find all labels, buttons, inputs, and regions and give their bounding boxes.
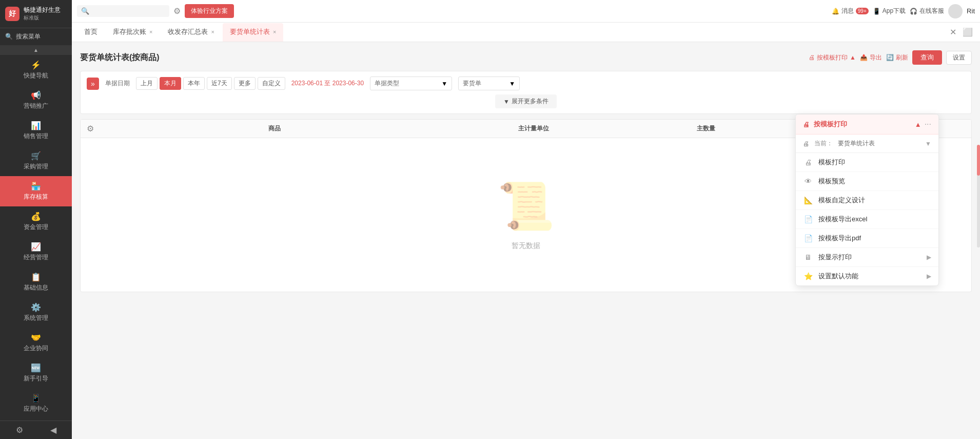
date-btn-last-7[interactable]: 近7天 [207, 77, 232, 90]
sidebar-item-marketing[interactable]: 📢 营销推广 [0, 85, 72, 116]
tab-home[interactable]: 首页 [77, 23, 105, 42]
order-type-select[interactable]: 单据类型 ▼ [370, 77, 452, 90]
phone-icon: 📱 [873, 8, 880, 15]
date-btn-this-year[interactable]: 本年 [183, 77, 205, 90]
sidebar-item-finance[interactable]: 💰 资金管理 [0, 206, 72, 237]
collapse-sidebar-btn[interactable]: ◀ [50, 425, 56, 435]
page-title: 要货单统计表(按商品) [80, 52, 160, 63]
sidebar-item-guide[interactable]: 🆕 新手引导 [0, 358, 72, 388]
sidebar-item-basic[interactable]: 📋 基础信息 [0, 267, 72, 297]
empty-icon: 📜 [497, 179, 555, 233]
dropdown-default-func-arrow: ▶ [927, 273, 931, 280]
top-search-box[interactable]: 🔍 [77, 5, 169, 17]
dropdown-export-pdf-label: 按模板导出pdf [818, 234, 931, 243]
dropdown-export-excel-icon: 📄 [803, 215, 813, 223]
tab-receipts-summary[interactable]: 收发存汇总表 × [161, 23, 221, 42]
dropdown-current-icon: 🖨 [803, 140, 809, 147]
dropdown-print-icon: 🖨 [803, 121, 810, 128]
tab-close-order-stats[interactable]: × [273, 29, 276, 35]
operation-icon: 📈 [31, 242, 41, 252]
scrollbar-thumb[interactable] [977, 145, 980, 176]
sidebar-item-collab[interactable]: 🤝 企业协同 [0, 328, 72, 358]
tab-close-receipts-summary[interactable]: × [211, 29, 214, 35]
dropdown-item-template-preview[interactable]: 👁 模板预览 [796, 172, 938, 191]
settings-btn[interactable]: 设置 [946, 51, 972, 65]
dropdown-current-label: 要货单统计表 [838, 139, 920, 148]
empty-text: 暂无数据 [512, 241, 540, 251]
export-btn[interactable]: 📤 导出 [860, 53, 882, 62]
dropdown-default-func-icon: ⭐ [803, 272, 813, 280]
dropdown-more-btn[interactable]: ··· [925, 120, 931, 129]
dropdown-display-print-icon: 🖥 [803, 253, 813, 261]
tab-bar-right: ✕ ⬜ [948, 26, 975, 38]
col-quantity-header: 主数量 [620, 124, 792, 133]
sidebar-logo: 好 畅捷通好生意 标准版 [0, 0, 72, 28]
dropdown-default-func-label: 设置默认功能 [818, 272, 922, 281]
tab-inventory-batch[interactable]: 库存批次账 × [106, 23, 160, 42]
guide-icon: 🆕 [31, 363, 41, 373]
tab-close-all-btn[interactable]: ✕ [948, 26, 958, 38]
dropdown-template-print-icon: 🖨 [803, 158, 813, 166]
top-bar-actions: 🔔 消息 99+ 📱 App下载 🎧 在线客服 Rit [832, 4, 975, 18]
dropdown-item-default-func[interactable]: ⭐ 设置默认功能 ▶ [796, 267, 938, 285]
top-bar: 🔍 ⚙ 体验行业方案 🔔 消息 99+ 📱 App下载 🎧 在线客服 Rit [72, 0, 980, 23]
tab-bar: 首页 库存批次账 × 收发存汇总表 × 要货单统计表 × ✕ ⬜ [72, 23, 980, 42]
print-dropdown-menu: 🖨 按模板打印 ▲ ··· 🖨 当前： 要货单统计表 ▼ 🖨 模板打印 👁 [795, 114, 939, 286]
logo-icon: 好 [5, 7, 19, 21]
search-menu-btn[interactable]: 🔍 搜索菜单 [0, 28, 72, 45]
dropdown-export-excel-label: 按模板导出excel [818, 215, 931, 224]
date-btn-custom[interactable]: 自定义 [258, 77, 285, 90]
app-download-btn[interactable]: 📱 App下载 [873, 7, 906, 15]
search-input[interactable] [91, 8, 165, 15]
dropdown-collapse-btn[interactable]: ▲ [915, 121, 922, 128]
dropdown-item-display-print[interactable]: 🖥 按显示打印 ▶ [796, 248, 938, 267]
sidebar-item-apps[interactable]: 📱 应用中心 [0, 388, 72, 418]
tab-maximize-btn[interactable]: ⬜ [961, 26, 975, 38]
dropdown-display-print-label: 按显示打印 [818, 253, 922, 262]
user-avatar[interactable] [948, 4, 963, 18]
dropdown-display-print-arrow: ▶ [927, 254, 931, 261]
date-btn-more[interactable]: 更多 [234, 77, 256, 90]
date-btn-last-month[interactable]: 上月 [136, 77, 158, 90]
order-goods-select[interactable]: 要货单 ▼ [458, 77, 520, 90]
industry-btn[interactable]: 体验行业方案 [185, 4, 234, 18]
col-settings-icon[interactable]: ⚙ [87, 124, 102, 133]
purchase-icon: 🛒 [31, 151, 41, 161]
sidebar-item-quick-nav[interactable]: ⚡ 快捷导航 [0, 55, 72, 85]
dropdown-template-preview-label: 模板预览 [818, 177, 931, 186]
dropdown-export-pdf-icon: 📄 [803, 234, 813, 242]
sidebar-item-operation[interactable]: 📈 经营管理 [0, 237, 72, 267]
online-service-btn[interactable]: 🎧 在线客服 [910, 7, 944, 15]
dropdown-current-item: 🖨 当前： 要货单统计表 ▼ [796, 135, 938, 153]
scrollbar-right[interactable] [977, 145, 980, 247]
sidebar-item-purchase[interactable]: 🛒 采购管理 [0, 146, 72, 176]
refresh-btn[interactable]: 🔄 刷新 [886, 53, 908, 62]
query-btn[interactable]: 查询 [912, 50, 942, 65]
dropdown-item-export-excel[interactable]: 📄 按模板导出excel [796, 210, 938, 229]
username-label: Rit [967, 7, 975, 15]
settings-bottom-icon[interactable]: ⚙ [16, 425, 23, 435]
expand-more-btn[interactable]: ▼ 展开更多条件 [495, 94, 557, 108]
tab-close-inventory-batch[interactable]: × [149, 29, 152, 35]
tab-order-stats[interactable]: 要货单统计表 × [223, 23, 283, 42]
sidebar-item-system[interactable]: ⚙️ 系统管理 [0, 297, 72, 328]
main-area: 🔍 ⚙ 体验行业方案 🔔 消息 99+ 📱 App下载 🎧 在线客服 Rit [72, 0, 980, 439]
notification-btn[interactable]: 🔔 消息 99+ [832, 7, 869, 15]
sidebar-item-sales[interactable]: 📊 销售管理 [0, 116, 72, 146]
print-btn[interactable]: 🖨 按模板打印 ▲ [809, 53, 856, 62]
gear-icon[interactable]: ⚙ [173, 6, 181, 16]
date-btn-this-month[interactable]: 本月 [160, 77, 181, 90]
dropdown-title: 按模板打印 [814, 120, 847, 129]
filter-expand-btn[interactable]: » [87, 78, 99, 90]
sidebar-item-inventory[interactable]: 🏪 库存核算 [0, 176, 72, 206]
dropdown-item-template-print[interactable]: 🖨 模板打印 [796, 153, 938, 172]
scroll-up-btn[interactable]: ▲ [0, 45, 72, 55]
headset-icon: 🎧 [910, 8, 917, 15]
filter-row: » 单据日期 上月 本月 本年 近7天 更多 自定义 2023-06-01 至 … [87, 77, 965, 90]
chevron-down-icon: ▼ [441, 80, 447, 87]
date-range-label: 2023-06-01 至 2023-06-30 [291, 79, 364, 88]
dropdown-item-template-custom[interactable]: 📐 模板自定义设计 [796, 191, 938, 210]
dropdown-item-export-pdf[interactable]: 📄 按模板导出pdf [796, 229, 938, 248]
apps-icon: 📱 [31, 393, 41, 403]
system-icon: ⚙️ [31, 302, 41, 312]
